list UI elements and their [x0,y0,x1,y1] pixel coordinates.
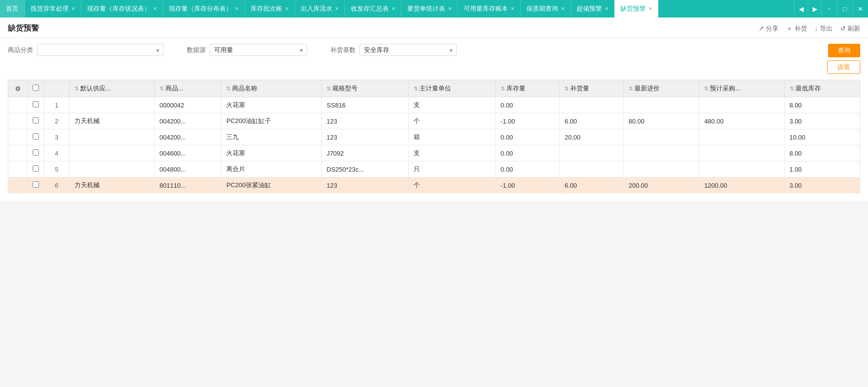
row-latest-price: 80.00 [624,113,699,129]
nav-next-arrow[interactable]: ▶ [808,0,821,18]
row-checkbox[interactable] [33,101,39,107]
tab-baozhi[interactable]: 保质期查询 × [521,0,571,18]
window-minimize-button[interactable]: － [821,0,837,18]
row-estimated [699,145,784,161]
col-settings[interactable]: ⚙ [8,80,28,97]
row-code: 0000042 [154,97,221,113]
window-close-button[interactable]: ✕ [852,0,868,18]
category-filter-group: 商品分类 [8,44,163,56]
row-latest-price [624,129,699,145]
row-checkbox[interactable] [33,149,39,156]
row-checkbox[interactable] [33,181,39,188]
export-action[interactable]: ↓ 导出 [815,24,833,33]
row-checkbox[interactable] [33,133,39,140]
tab-close-icon[interactable]: × [649,5,652,12]
row-checkbox-cell[interactable] [28,97,44,113]
row-checkbox-cell[interactable] [28,113,44,129]
col-stock[interactable]: ⇅库存量 [495,80,560,97]
row-product-name: PC200张紧油缸 [221,177,322,194]
tab-close-icon[interactable]: × [605,5,608,12]
row-checkbox-cell[interactable] [28,161,44,177]
col-min-stock[interactable]: ⇅最低库存 [784,80,860,97]
row-supplier [69,145,154,161]
tab-home[interactable]: 首页 [0,0,25,18]
tab-keyongliang[interactable]: 可用量库存账本 × [458,0,521,18]
tab-label: 拣货异常处理 [31,4,69,13]
row-min-stock: 3.00 [784,113,860,129]
row-checkbox-cell[interactable] [28,177,44,194]
tab-close-icon[interactable]: × [335,5,339,12]
tab-xiancunliang1[interactable]: 现存量（库存状况表） × [81,0,163,18]
share-label: 分享 [766,24,778,33]
col-replenish[interactable]: ⇅补货量 [560,80,624,97]
row-unit: 箱 [408,129,495,145]
tab-close-icon[interactable]: × [511,5,514,12]
col-estimated[interactable]: ⇅预计采购... [699,80,784,97]
row-checkbox[interactable] [33,117,39,123]
row-spec: 123 [322,177,408,194]
row-spec: J7092 [322,145,408,161]
row-unit: 支 [408,97,495,113]
row-code: 004200... [154,113,221,129]
tab-yaohuo[interactable]: 要货单统计表 × [401,0,458,18]
select-all-checkbox[interactable] [33,85,39,91]
row-number: 4 [44,145,70,161]
tab-kucunpici[interactable]: 库存批次账 × [245,0,295,18]
row-code: 801110... [154,177,221,194]
tab-churuku[interactable]: 出入库流水 × [295,0,345,18]
tab-shoufacun[interactable]: 收发存汇总表 × [345,0,401,18]
settings-button[interactable]: 设置 [827,60,860,74]
tab-jianhuoyichang[interactable]: 拣货异常处理 × [25,0,81,18]
row-gear [8,129,28,145]
tab-label: 超储预警 [577,4,602,13]
row-spec: 123 [322,113,408,129]
refresh-icon: ↺ [840,25,846,32]
tab-chaochuyujing[interactable]: 超储预警 × [571,0,615,18]
row-latest-price [624,145,699,161]
tab-label: 可用量库存账本 [464,4,508,13]
col-checkbox[interactable] [28,80,44,97]
share-action[interactable]: ↗ 分享 [759,24,778,33]
col-code[interactable]: ⇅商品... [154,80,221,97]
row-gear [8,97,28,113]
tab-close-icon[interactable]: × [561,5,564,12]
row-min-stock: 10.00 [784,129,860,145]
col-name[interactable]: ⇅商品名称 [221,80,322,97]
replenish-action[interactable]: ＋ 补货 [786,24,807,33]
tab-label: 缺货预警 [620,4,646,13]
window-maximize-button[interactable]: □ [837,0,852,18]
row-checkbox-cell[interactable] [28,145,44,161]
data-table: ⚙ ⇅默认供应... ⇅商品... ⇅商品名称 ⇅规格型号 ⇅主计量单位 ⇅库存… [8,80,860,194]
export-icon: ↓ [815,25,818,32]
col-latest-price[interactable]: ⇅最新进价 [624,80,699,97]
tab-close-icon[interactable]: × [153,5,157,12]
col-spec[interactable]: ⇅规格型号 [322,80,408,97]
row-number: 3 [44,129,70,145]
tab-close-icon[interactable]: × [448,5,452,12]
replenish-base-filter-group: 补货基数 安全库存 [330,44,457,56]
tab-quehuo[interactable]: 缺货预警 × [615,0,658,18]
replenish-base-select[interactable]: 安全库存 [360,44,457,56]
tab-close-icon[interactable]: × [235,5,238,12]
row-replenish: 6.00 [560,177,624,194]
tab-close-icon[interactable]: × [285,5,289,12]
tab-close-icon[interactable]: × [392,5,395,12]
tab-label: 现存量（库存状况表） [87,4,150,13]
refresh-action[interactable]: ↺ 刷新 [840,24,860,33]
nav-prev-arrow[interactable]: ◀ [794,0,808,18]
row-checkbox-cell[interactable] [28,129,44,145]
datasource-select[interactable]: 可用量 [210,44,307,56]
query-button[interactable]: 查询 [828,44,860,57]
col-unit[interactable]: ⇅主计量单位 [408,80,495,97]
row-stock: 0.00 [495,97,560,113]
tab-home-label: 首页 [6,4,18,13]
row-checkbox[interactable] [33,165,39,172]
category-select[interactable] [37,44,163,56]
export-label: 导出 [820,24,832,33]
row-estimated: 480.00 [699,113,784,129]
row-unit: 支 [408,145,495,161]
tab-xiancunliang2[interactable]: 现存量（库存分布表） × [163,0,245,18]
row-min-stock: 3.00 [784,177,860,194]
col-supplier[interactable]: ⇅默认供应... [69,80,154,97]
tab-close-icon[interactable]: × [72,5,75,12]
